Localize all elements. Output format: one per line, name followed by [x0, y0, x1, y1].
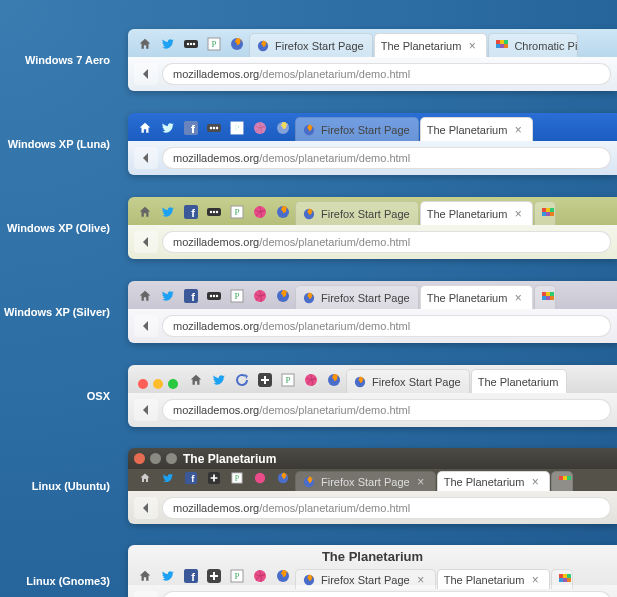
tab-firefox-start[interactable]: Firefox Start Page	[295, 117, 419, 141]
twitter-icon[interactable]	[157, 467, 179, 489]
tab-colors[interactable]	[551, 569, 573, 589]
back-icon[interactable]	[134, 591, 158, 597]
firefox-icon[interactable]	[272, 565, 294, 587]
tab-colors[interactable]	[534, 285, 556, 309]
tab-colors[interactable]	[551, 471, 573, 491]
firefox-icon[interactable]	[272, 285, 294, 307]
facebook-icon[interactable]: f	[180, 201, 202, 223]
facebook-icon[interactable]: f	[180, 467, 202, 489]
minimize-window-icon[interactable]	[153, 379, 163, 389]
close-icon[interactable]: ×	[512, 124, 524, 136]
overflow-icon[interactable]	[203, 201, 225, 223]
twitter-icon[interactable]	[157, 33, 179, 55]
twitter-icon[interactable]	[157, 201, 179, 223]
plus-icon[interactable]	[254, 369, 276, 391]
tab-planetarium[interactable]: The Planetarium ×	[420, 201, 534, 225]
tab-planetarium[interactable]: The Planetarium	[471, 369, 568, 393]
back-icon[interactable]	[134, 63, 158, 85]
url-bar[interactable]: mozillademos.org/demos/planetarium/demo.…	[162, 497, 611, 519]
tab-planetarium[interactable]: The Planetarium ×	[437, 569, 551, 589]
svg-rect-57	[546, 296, 550, 300]
url-bar[interactable]: mozillademos.org/demos/planetarium/demo.…	[162, 399, 611, 421]
zoom-window-icon[interactable]	[168, 379, 178, 389]
tab-planetarium[interactable]: The Planetarium ×	[374, 33, 488, 57]
pocket-icon[interactable]: P	[226, 565, 248, 587]
browser-window-olive: f P Firefox Start Page The Planetarium ×	[128, 197, 617, 259]
close-icon[interactable]: ×	[529, 574, 541, 586]
back-icon[interactable]	[134, 231, 158, 253]
plus-icon[interactable]	[203, 565, 225, 587]
home-icon[interactable]	[134, 467, 156, 489]
toolbar: mozillademos.org/demos/planetarium/demo.…	[128, 225, 617, 259]
close-icon[interactable]: ×	[415, 476, 427, 488]
twitter-icon[interactable]	[208, 369, 230, 391]
dribbble-icon[interactable]	[249, 201, 271, 223]
pocket-icon[interactable]: P	[277, 369, 299, 391]
firefox-icon[interactable]	[272, 117, 294, 139]
home-icon[interactable]	[134, 117, 156, 139]
back-icon[interactable]	[134, 315, 158, 337]
url-domain: mozillademos.org	[173, 68, 259, 80]
close-icon[interactable]: ×	[529, 476, 541, 488]
tab-planetarium[interactable]: The Planetarium ×	[420, 117, 534, 141]
dribbble-icon[interactable]	[300, 369, 322, 391]
tab-firefox-start[interactable]: Firefox Start Page ×	[295, 569, 436, 589]
tab-chromatic[interactable]: Chromatic Pi	[488, 33, 578, 57]
pocket-icon[interactable]: P	[226, 201, 248, 223]
overflow-icon[interactable]	[203, 285, 225, 307]
close-icon[interactable]: ×	[512, 292, 524, 304]
dribbble-icon[interactable]	[249, 467, 271, 489]
firefox-icon[interactable]	[272, 201, 294, 223]
pocket-icon[interactable]: P	[226, 117, 248, 139]
home-icon[interactable]	[134, 285, 156, 307]
close-window-icon[interactable]	[134, 453, 145, 464]
firefox-icon[interactable]	[226, 33, 248, 55]
tab-firefox-start[interactable]: Firefox Start Page	[249, 33, 373, 57]
tab-firefox-start[interactable]: Firefox Start Page	[346, 369, 470, 393]
url-bar[interactable]: mozillademos.org/demos/planetarium/demo.…	[162, 591, 611, 597]
facebook-icon[interactable]: f	[180, 285, 202, 307]
url-bar[interactable]: mozillademos.org/demos/planetarium/demo.…	[162, 315, 611, 337]
dribbble-icon[interactable]	[249, 565, 271, 587]
facebook-icon[interactable]: f	[180, 565, 202, 587]
tab-colors[interactable]	[534, 201, 556, 225]
home-icon[interactable]	[134, 201, 156, 223]
pocket-icon[interactable]: P	[203, 33, 225, 55]
home-icon[interactable]	[134, 565, 156, 587]
tab-planetarium[interactable]: The Planetarium ×	[437, 471, 551, 491]
plus-icon[interactable]	[203, 467, 225, 489]
close-icon[interactable]: ×	[415, 574, 427, 586]
url-bar[interactable]: mozillademos.org/demos/planetarium/demo.…	[162, 63, 611, 85]
colors-icon	[541, 291, 555, 305]
url-bar[interactable]: mozillademos.org/demos/planetarium/demo.…	[162, 231, 611, 253]
dribbble-icon[interactable]	[249, 285, 271, 307]
reload-icon[interactable]	[231, 369, 253, 391]
home-icon[interactable]	[134, 33, 156, 55]
maximize-window-icon[interactable]	[166, 453, 177, 464]
tab-firefox-start[interactable]: Firefox Start Page	[295, 285, 419, 309]
firefox-icon	[302, 291, 316, 305]
overflow-icon[interactable]	[180, 33, 202, 55]
close-window-icon[interactable]	[138, 379, 148, 389]
firefox-icon[interactable]	[272, 467, 294, 489]
minimize-window-icon[interactable]	[150, 453, 161, 464]
facebook-icon[interactable]: f	[180, 117, 202, 139]
firefox-icon[interactable]	[323, 369, 345, 391]
tab-planetarium[interactable]: The Planetarium ×	[420, 285, 534, 309]
close-icon[interactable]: ×	[512, 208, 524, 220]
back-icon[interactable]	[134, 147, 158, 169]
close-icon[interactable]: ×	[466, 40, 478, 52]
twitter-icon[interactable]	[157, 565, 179, 587]
tab-firefox-start[interactable]: Firefox Start Page ×	[295, 471, 436, 491]
twitter-icon[interactable]	[157, 117, 179, 139]
back-icon[interactable]	[134, 497, 158, 519]
twitter-icon[interactable]	[157, 285, 179, 307]
home-icon[interactable]	[185, 369, 207, 391]
url-bar[interactable]: mozillademos.org/demos/planetarium/demo.…	[162, 147, 611, 169]
pocket-icon[interactable]: P	[226, 467, 248, 489]
dribbble-icon[interactable]	[249, 117, 271, 139]
tab-firefox-start[interactable]: Firefox Start Page	[295, 201, 419, 225]
back-icon[interactable]	[134, 399, 158, 421]
pocket-icon[interactable]: P	[226, 285, 248, 307]
overflow-icon[interactable]	[203, 117, 225, 139]
